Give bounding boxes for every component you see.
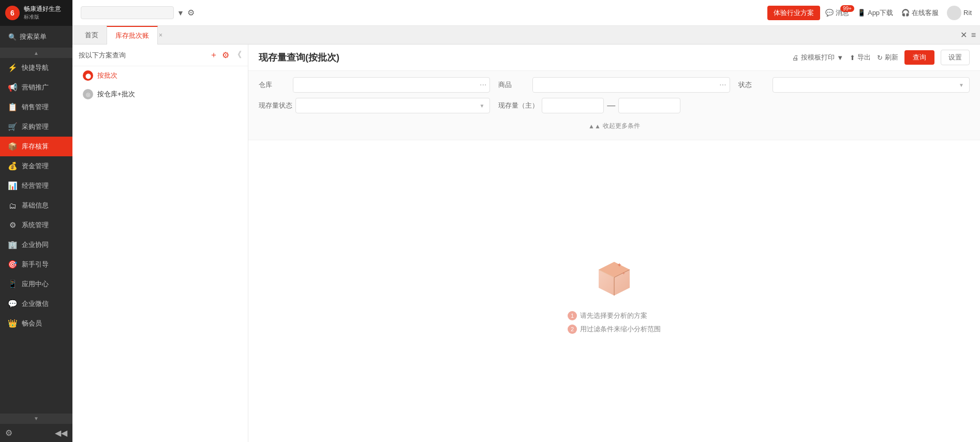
sidebar-item-apps[interactable]: 📱 应用中心 [0, 274, 72, 294]
collapse-panel-button[interactable]: 《 [233, 50, 242, 61]
app-icon: 📱 [857, 9, 866, 17]
stock-qty-dash: — [607, 101, 615, 110]
empty-illustration: ✦ ✦ [588, 249, 640, 301]
guide-icon: 🎯 [7, 260, 18, 269]
product-filter-input[interactable] [533, 79, 716, 92]
sidebar-item-guide[interactable]: 🎯 新手引导 [0, 255, 72, 274]
basic-icon: 🗂 [7, 201, 18, 210]
sidebar-item-label: 企业协同 [22, 240, 49, 249]
user-avatar-area[interactable]: Rit [947, 6, 972, 20]
topbar-right: 💬 消息 99+ 📱 App下载 🎧 在线客服 Rit [825, 6, 972, 20]
sidebar-item-system[interactable]: ⚙ 系统管理 [0, 215, 72, 235]
sidebar-item-label: 新手引导 [22, 260, 49, 269]
app-download-button[interactable]: 📱 App下载 [857, 8, 893, 18]
page-content: 按以下方案查询 ＋ ⚙ 《 ⬤ 按批次 ◎ 按仓库+批次 现存量查询(按批次) [72, 45, 980, 442]
message-button[interactable]: 💬 消息 99+ [825, 8, 849, 18]
filter-product: 商品 ··· [498, 77, 730, 93]
tab-close-button[interactable]: × [158, 32, 164, 39]
topbar-search-input[interactable] [81, 6, 174, 19]
right-panel: 现存量查询(按批次) 🖨 按模板打印 ▼ ⬆ 导出 ↻ 刷新 [248, 45, 980, 442]
page-title: 现存量查询(按批次) [259, 51, 339, 64]
sidebar-item-wechat[interactable]: 💬 企业微信 [0, 294, 72, 314]
stock-qty-max-input[interactable] [618, 98, 680, 113]
stock-qty-min-input[interactable] [542, 98, 604, 113]
sales-icon: 📋 [7, 102, 18, 112]
sidebar-search-button[interactable]: 🔍 搜索菜单 [5, 30, 67, 43]
warehouse-filter-dots[interactable]: ··· [477, 80, 489, 90]
sidebar-item-member[interactable]: 👑 畅会员 [0, 314, 72, 333]
app-subtitle: 标准版 [24, 13, 61, 21]
filter-row-2: 现存量状态 ▼ 现存量（主） — [259, 98, 970, 113]
sidebar-item-label: 资金管理 [22, 161, 49, 171]
finance-icon: 💰 [7, 161, 18, 171]
tab-home[interactable]: 首页 [77, 26, 107, 45]
message-badge: 99+ [840, 5, 854, 12]
product-filter-dots[interactable]: ··· [716, 80, 729, 90]
collapse-sidebar-button[interactable]: ◀◀ [55, 428, 67, 438]
sidebar-item-sales[interactable]: 📋 销售管理 [0, 97, 72, 117]
sidebar-item-finance[interactable]: 💰 资金管理 [0, 156, 72, 176]
sidebar-item-enterprise[interactable]: 🏢 企业协同 [0, 235, 72, 255]
sidebar-scroll-down[interactable]: ▼ [0, 414, 72, 423]
sidebar-item-purchase[interactable]: 🛒 采购管理 [0, 117, 72, 137]
status-filter-select[interactable]: ▼ [773, 77, 970, 93]
avatar [947, 6, 961, 20]
status-chevron-icon: ▼ [959, 82, 964, 88]
settings-button[interactable]: 设置 [941, 50, 970, 65]
export-icon: ⬆ [850, 54, 855, 62]
warehouse-filter-input-wrapper: ··· [293, 77, 490, 93]
tab-inventory-batch[interactable]: 库存批次账 [107, 26, 158, 45]
plan-label-by-batch: 按批次 [97, 71, 117, 80]
operations-icon: 📊 [7, 181, 18, 190]
wechat-icon: 💬 [7, 299, 18, 308]
filter-warehouse: 仓库 ··· [259, 77, 490, 93]
tabs-panel-close-button[interactable]: ✕ [960, 30, 967, 40]
sidebar-item-operations[interactable]: 📊 经营管理 [0, 176, 72, 196]
sidebar-item-label: 系统管理 [22, 220, 49, 230]
plan-item-by-warehouse-batch[interactable]: ◎ 按仓库+批次 [72, 85, 248, 104]
tip-num-1: 1 [568, 311, 577, 320]
refresh-button[interactable]: ↻ 刷新 [877, 53, 898, 62]
filter-stock-status: 现存量状态 ▼ [259, 98, 490, 113]
print-label: 按模板打印 [801, 53, 835, 62]
topbar: ▼ ⚙ 体验行业方案 💬 消息 99+ 📱 App下载 🎧 在线客服 Rit [72, 0, 980, 26]
stock-status-select[interactable]: ▼ [295, 98, 490, 113]
sidebar-item-quick-nav[interactable]: ⚡ 快捷导航 [0, 58, 72, 78]
sidebar-scroll-up[interactable]: ▲ [0, 48, 72, 58]
collapse-filter-button[interactable]: ▲▲ 收起更多条件 [259, 119, 970, 134]
sidebar-item-label: 畅会员 [22, 319, 42, 328]
sidebar-header: 6 畅康通好生意 标准版 [0, 0, 72, 26]
export-button[interactable]: ⬆ 导出 [850, 53, 871, 62]
left-panel-header: 按以下方案查询 ＋ ⚙ 《 [72, 45, 248, 66]
topbar-gear-button[interactable]: ⚙ [187, 8, 195, 18]
sidebar-footer: ⚙ ◀◀ [0, 423, 72, 442]
sidebar-item-inventory[interactable]: 📦 库存核算 [0, 137, 72, 156]
status-filter-label: 状态 [738, 80, 769, 90]
settings-footer-button[interactable]: ⚙ [5, 428, 12, 438]
plan-item-by-batch[interactable]: ⬤ 按批次 [72, 66, 248, 85]
empty-tips: 1 请先选择要分析的方案 2 用过滤条件来缩小分析范围 [568, 311, 661, 334]
sidebar-item-marketing[interactable]: 📢 营销推广 [0, 78, 72, 97]
service-label: 在线客服 [912, 8, 939, 18]
print-dropdown-icon: ▼ [837, 54, 843, 62]
sidebar-item-basic[interactable]: 🗂 基础信息 [0, 196, 72, 215]
query-button[interactable]: 查询 [904, 50, 934, 65]
collapse-label: 收起更多条件 [603, 122, 640, 130]
online-service-button[interactable]: 🎧 在线客服 [901, 8, 939, 18]
add-plan-button[interactable]: ＋ [210, 50, 218, 61]
svg-text:✦: ✦ [622, 271, 626, 276]
sidebar: 6 畅康通好生意 标准版 🔍 搜索菜单 ▲ ⚡ 快捷导航 📢 营销推广 📋 销售… [0, 0, 72, 442]
left-panel-title: 按以下方案查询 [79, 51, 126, 60]
tip-text-1: 请先选择要分析的方案 [580, 311, 647, 320]
sidebar-item-label: 企业微信 [22, 299, 49, 308]
tabs-panel-expand-button[interactable]: ≡ [971, 31, 976, 40]
settings-plan-button[interactable]: ⚙ [222, 50, 229, 60]
search-icon: 🔍 [8, 33, 17, 41]
warehouse-filter-input[interactable] [293, 79, 477, 92]
plan-icon-active: ⬤ [83, 70, 93, 81]
sidebar-item-label: 经营管理 [22, 181, 49, 190]
topbar-dropdown-button[interactable]: ▼ [177, 9, 184, 17]
print-template-button[interactable]: 🖨 按模板打印 ▼ [792, 53, 843, 62]
trial-button[interactable]: 体验行业方案 [767, 6, 820, 20]
filter-stock-qty: 现存量（主） — [498, 98, 730, 113]
